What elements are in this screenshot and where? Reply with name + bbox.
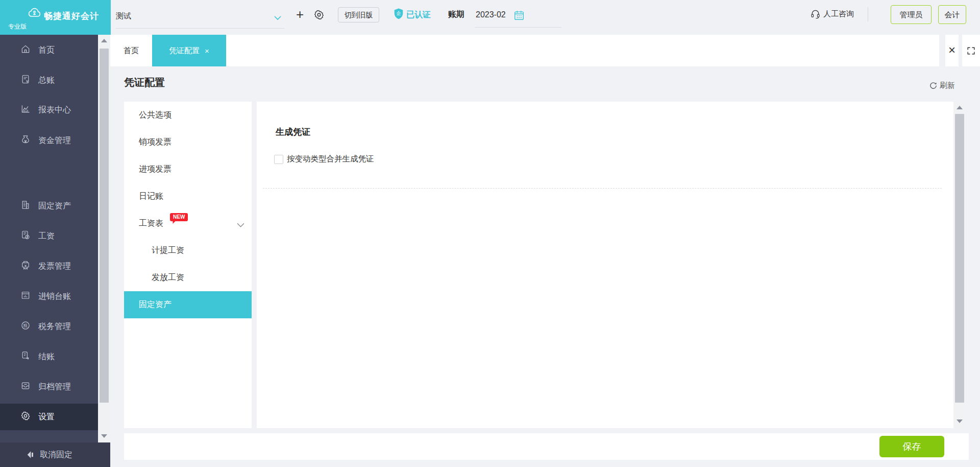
sidebar-item-archive[interactable]: 归档管理 [0, 376, 98, 398]
general-ledger-icon [20, 74, 31, 86]
brand-title: 畅捷通好会计 [44, 10, 99, 22]
invoice-icon [20, 260, 31, 272]
brand-edition: 专业版 [8, 22, 27, 31]
certified-badge[interactable]: 企 已认证 [393, 8, 431, 21]
live-support-button[interactable]: 人工咨询 [811, 9, 854, 19]
headset-icon [811, 9, 820, 19]
sidebar-item-tax[interactable]: 税 税务管理 [0, 315, 98, 338]
content-scroll-up-arrow[interactable] [957, 106, 963, 109]
fixed-assets-icon [20, 200, 31, 212]
sidebar-item-settings[interactable]: 设置 [0, 404, 98, 430]
tax-icon: 税 [20, 320, 31, 333]
report-center-icon [20, 104, 31, 116]
new-badge: NEW [170, 213, 188, 221]
account-set-selector[interactable]: 测试 [116, 7, 284, 29]
account-set-name: 测试 [116, 11, 131, 21]
switch-to-old-version-button[interactable]: 切到旧版 [338, 7, 379, 22]
sidebar-scrollbar-thumb[interactable] [100, 49, 109, 403]
sidebar-item-salary[interactable]: 工资 [0, 225, 98, 247]
refresh-button[interactable]: 刷新 [929, 81, 955, 90]
merge-by-change-type-checkbox[interactable] [274, 155, 283, 164]
content-scroll-down-arrow[interactable] [957, 419, 963, 423]
sidebar-item-fixed-assets[interactable]: 固定资产 [0, 195, 98, 217]
collapse-left-icon [27, 451, 37, 459]
archive-icon [20, 381, 31, 393]
tab-voucher-config-label: 凭证配置 [169, 46, 200, 56]
chevron-down-icon[interactable] [237, 221, 244, 230]
section-title: 生成凭证 [276, 126, 310, 138]
purchase-sales-icon [20, 290, 31, 302]
submenu-item-common-options[interactable]: 公共选项 [124, 102, 252, 129]
merge-option-row[interactable]: 按变动类型合并生成凭证 [274, 154, 374, 165]
tabbar-gap2 [959, 35, 962, 66]
tabbar-gap [939, 35, 945, 66]
refresh-icon [929, 81, 938, 90]
submenu-item-salary-sheet[interactable]: 工资表 NEW [124, 210, 252, 237]
sidebar-item-report-center[interactable]: 报表中心 [0, 99, 98, 121]
app-window: 畅捷通好会计 专业版 测试 + 切到旧版 企 已认证 账期 2023-02 [0, 0, 980, 467]
certified-shield-icon: 企 [393, 8, 404, 22]
closing-icon [20, 351, 31, 363]
tab-bar: 首页 凭证配置 × × [110, 35, 980, 66]
voucher-config-content-panel: 生成凭证 按变动类型合并生成凭证 [257, 102, 953, 428]
config-submenu-panel: 公共选项 销项发票 进项发票 日记账 工资表 NEW 计提工资 发放工资 固定资… [124, 102, 252, 428]
role-admin-button[interactable]: 管理员 [891, 5, 932, 24]
period-label-wrap: 账期 [448, 9, 464, 20]
unpin-sidebar-button[interactable]: 取消固定 [0, 442, 110, 467]
close-page-icon[interactable]: × [945, 35, 959, 66]
brand-logo-block[interactable]: 畅捷通好会计 专业版 [0, 0, 111, 35]
main-sidebar: 首页 总账 报表中心 资金管理 固定资产 工资 发票管理 进销台 [0, 35, 98, 467]
fullscreen-expand-icon[interactable] [962, 35, 980, 66]
sidebar-item-invoice[interactable]: 发票管理 [0, 255, 98, 277]
funds-icon [20, 134, 31, 147]
cloud-logo-icon [28, 7, 42, 22]
merge-by-change-type-label[interactable]: 按变动类型合并生成凭证 [287, 154, 374, 165]
page-title: 凭证配置 [124, 76, 165, 89]
home-icon [20, 44, 31, 56]
sidebar-scroll-up-arrow[interactable] [101, 39, 107, 42]
dashed-separator [263, 188, 942, 189]
salary-icon [20, 230, 31, 242]
content-scrollbar-thumb[interactable] [955, 114, 964, 403]
tab-close-icon[interactable]: × [205, 46, 209, 55]
tab-home[interactable]: 首页 [110, 35, 152, 66]
unpin-label: 取消固定 [40, 450, 72, 460]
sidebar-item-closing[interactable]: 结账 [0, 345, 98, 368]
calendar-icon [513, 10, 525, 23]
topbar-divider [868, 7, 868, 21]
content-scrollbar-track [953, 102, 966, 428]
submenu-item-accrue-salary[interactable]: 计提工资 [124, 237, 252, 264]
top-header-bar: 畅捷通好会计 专业版 测试 + 切到旧版 企 已认证 账期 2023-02 [0, 0, 980, 35]
tab-voucher-config[interactable]: 凭证配置 × [152, 35, 226, 66]
save-button[interactable]: 保存 [879, 436, 944, 457]
svg-text:企: 企 [396, 11, 401, 16]
sidebar-scrollbar-track [98, 35, 110, 442]
period-date-picker[interactable]: 2023-02 [475, 7, 561, 28]
add-account-set-icon[interactable]: + [296, 7, 304, 22]
submenu-item-pay-salary[interactable]: 发放工资 [124, 264, 252, 291]
sidebar-item-general-ledger[interactable]: 总账 [0, 69, 98, 91]
certified-label: 已认证 [406, 10, 431, 20]
submenu-item-fixed-assets[interactable]: 固定资产 [124, 291, 252, 318]
submenu-item-purchase-invoice[interactable]: 进项发票 [124, 156, 252, 183]
sidebar-item-funds[interactable]: 资金管理 [0, 129, 98, 152]
svg-text:税: 税 [23, 323, 28, 328]
sidebar-scroll-down-arrow[interactable] [101, 434, 107, 438]
submenu-item-salary-sheet-label: 工资表 [139, 218, 163, 229]
refresh-label: 刷新 [940, 81, 955, 90]
chevron-down-icon [274, 13, 281, 22]
bottom-action-bar: 保存 [124, 433, 969, 460]
submenu-item-sales-invoice[interactable]: 销项发票 [124, 129, 252, 156]
submenu-item-journal[interactable]: 日记账 [124, 183, 252, 210]
settings-gear-icon[interactable] [313, 9, 325, 22]
period-value: 2023-02 [476, 10, 506, 19]
role-accountant-button[interactable]: 会计 [938, 5, 966, 24]
sidebar-item-home[interactable]: 首页 [0, 39, 98, 61]
live-support-label: 人工咨询 [823, 9, 854, 19]
settings-icon [20, 411, 31, 423]
sidebar-item-purchase-sales[interactable]: 进销台账 [0, 285, 98, 308]
period-label: 账期 [448, 10, 464, 18]
